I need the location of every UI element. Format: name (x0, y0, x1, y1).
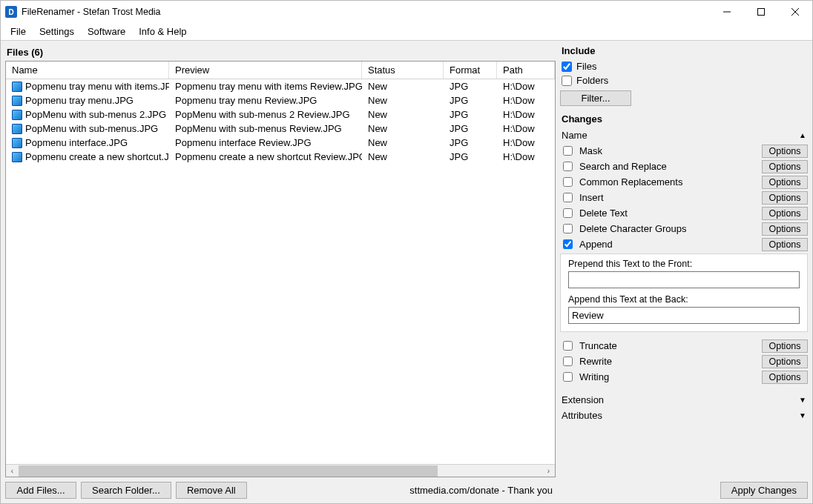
close-button[interactable] (778, 1, 812, 23)
menu-file[interactable]: File (4, 24, 33, 39)
file-path: H:\Dow (497, 109, 555, 120)
append-check[interactable]: Append (560, 237, 762, 251)
apply-changes-button[interactable]: Apply Changes (720, 482, 808, 499)
menu-software[interactable]: Software (81, 24, 132, 39)
search-folder-button[interactable]: Search Folder... (81, 482, 171, 499)
include-folders-check[interactable]: Folders (560, 73, 808, 87)
file-preview: PopMenu with sub-menus 2 Review.JPG (169, 109, 362, 120)
file-status: New (362, 151, 444, 162)
delete-text-row: Delete Text Options (560, 205, 808, 221)
file-path: H:\Dow (497, 81, 555, 92)
search-replace-row: Search and Replace Options (560, 159, 808, 174)
col-format[interactable]: Format (444, 62, 497, 79)
insert-options-button[interactable]: Options (762, 191, 808, 205)
right-pane: Include Files Folders Filter... Changes … (560, 45, 808, 499)
file-format: JPG (444, 81, 497, 92)
include-folders-checkbox[interactable] (562, 76, 572, 86)
file-status: New (362, 109, 444, 120)
delete-groups-row: Delete Character Groups Options (560, 221, 808, 236)
search-replace-options-button[interactable]: Options (762, 160, 808, 173)
minimize-button[interactable] (710, 1, 744, 23)
writing-check[interactable]: Writing (560, 370, 762, 384)
rewrite-row: Rewrite Options (560, 354, 808, 369)
mask-options-button[interactable]: Options (762, 145, 808, 158)
delete-text-options-button[interactable]: Options (762, 207, 808, 220)
prepend-label: Prepend this Text to the Front: (568, 259, 800, 269)
include-files-check[interactable]: Files (560, 59, 808, 73)
rewrite-check[interactable]: Rewrite (560, 354, 762, 368)
table-row[interactable]: Popmenu tray menu with items.JPGPopmenu … (6, 79, 555, 93)
scroll-track[interactable] (19, 465, 542, 477)
writing-row: Writing Options (560, 369, 808, 385)
writing-options-button[interactable]: Options (762, 371, 808, 384)
chevron-up-icon: ▲ (799, 131, 806, 139)
delete-text-check[interactable]: Delete Text (560, 206, 762, 220)
truncate-options-button[interactable]: Options (762, 339, 808, 353)
col-path[interactable]: Path (497, 62, 555, 79)
col-preview[interactable]: Preview (169, 62, 362, 79)
scroll-thumb[interactable] (19, 465, 438, 477)
append-row: Append Options (560, 236, 808, 252)
scroll-left-icon[interactable]: ‹ (6, 465, 19, 477)
append-panel: Prepend this Text to the Front: Append t… (560, 253, 808, 332)
file-path: H:\Dow (497, 95, 555, 106)
common-check[interactable]: Common Replacements (560, 175, 762, 189)
extension-row[interactable]: Extension ▼ (560, 392, 808, 408)
minimize-icon (723, 8, 731, 16)
file-name: Popmenu create a new shortcut.JPG (25, 151, 169, 162)
include-title: Include (560, 45, 808, 59)
h-scrollbar[interactable]: ‹ › (6, 464, 555, 477)
maximize-button[interactable] (744, 1, 778, 23)
extension-label: Extension (562, 394, 604, 405)
table-row[interactable]: Popmenu create a new shortcut.JPGPopmenu… (6, 150, 555, 164)
prepend-input[interactable] (568, 271, 800, 288)
file-preview: PopMenu with sub-menus Review.JPG (169, 123, 362, 134)
truncate-row: Truncate Options (560, 338, 808, 354)
col-status[interactable]: Status (362, 62, 444, 79)
include-files-checkbox[interactable] (562, 62, 572, 72)
truncate-check[interactable]: Truncate (560, 339, 762, 353)
file-preview: Popmenu interface Review.JPG (169, 137, 362, 148)
name-header-row[interactable]: Name ▲ (560, 127, 808, 143)
table-row[interactable]: PopMenu with sub-menus.JPGPopMenu with s… (6, 122, 555, 136)
scroll-right-icon[interactable]: › (542, 465, 555, 477)
columns-row: Name Preview Status Format Path (6, 62, 555, 79)
add-files-button[interactable]: Add Files... (5, 482, 76, 499)
append-label: Append this Text at the Back: (568, 294, 800, 305)
bottom-row: Add Files... Search Folder... Remove All… (5, 477, 556, 499)
filter-button[interactable]: Filter... (560, 90, 631, 106)
append-options-button[interactable]: Options (762, 238, 808, 251)
insert-check[interactable]: Insert (560, 190, 762, 205)
common-row: Common Replacements Options (560, 174, 808, 190)
search-replace-check[interactable]: Search and Replace (560, 159, 762, 173)
table-row[interactable]: Popmenu interface.JPGPopmenu interface R… (6, 136, 555, 150)
table-row[interactable]: PopMenu with sub-menus 2.JPGPopMenu with… (6, 107, 555, 122)
file-status: New (362, 81, 444, 92)
delete-groups-options-button[interactable]: Options (762, 222, 808, 236)
file-format: JPG (444, 137, 497, 148)
close-icon (791, 8, 799, 16)
image-file-icon (12, 152, 22, 162)
menu-settings[interactable]: Settings (33, 24, 81, 39)
mask-check[interactable]: Mask (560, 144, 762, 158)
name-header-label: Name (562, 130, 587, 141)
common-options-button[interactable]: Options (762, 176, 808, 189)
attributes-label: Attributes (562, 410, 602, 421)
image-file-icon (12, 124, 22, 134)
image-file-icon (12, 110, 22, 120)
rewrite-options-button[interactable]: Options (762, 355, 808, 368)
image-file-icon (12, 96, 22, 106)
file-name: Popmenu interface.JPG (25, 137, 128, 148)
append-input[interactable] (568, 307, 800, 324)
col-name[interactable]: Name (6, 62, 169, 79)
file-format: JPG (444, 151, 497, 162)
delete-groups-check[interactable]: Delete Character Groups (560, 222, 762, 236)
table-row[interactable]: Popmenu tray menu.JPGPopmenu tray menu R… (6, 93, 555, 107)
file-status: New (362, 137, 444, 148)
remove-all-button[interactable]: Remove All (176, 482, 247, 499)
menu-info[interactable]: Info & Help (132, 24, 193, 39)
file-path: H:\Dow (497, 137, 555, 148)
donate-text: sttmedia.com/donate - Thank you (409, 485, 553, 496)
attributes-row[interactable]: Attributes ▼ (560, 408, 808, 423)
file-name: PopMenu with sub-menus.JPG (25, 123, 158, 134)
